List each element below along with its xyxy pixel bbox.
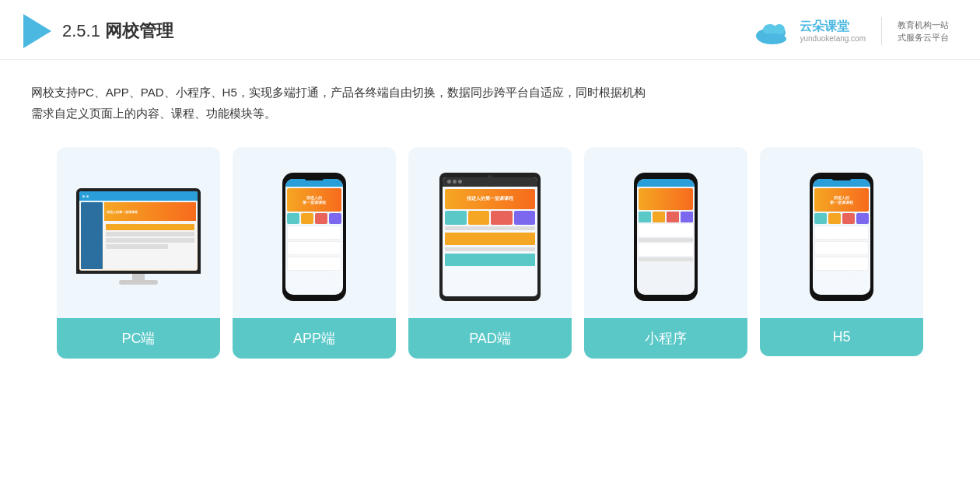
page-title: 2.5.1 网校管理 (62, 19, 173, 43)
header: 2.5.1 网校管理 云朵课堂 yunduoketang.com (0, 0, 980, 60)
tablet-camera (488, 175, 492, 180)
card-h5-label: H5 (760, 318, 923, 356)
page: 2.5.1 网校管理 云朵课堂 yunduoketang.com (0, 0, 980, 490)
card-app-label: APP端 (233, 318, 396, 359)
pad-tablet-mockup: 招进人的第一堂课课程 (439, 173, 541, 301)
pc-monitor: 招进人的第一堂课课程 (76, 188, 201, 274)
card-pc-label: PC端 (57, 318, 220, 359)
brand-slogan: 教育机构一站 式服务云平台 (898, 19, 949, 44)
section-number: 2.5.1 (62, 21, 100, 40)
card-pc-image: 招进人的第一堂课课程 (57, 147, 220, 318)
pad-screen: 招进人的第一堂课课程 (443, 177, 537, 296)
card-h5-image: 招进人的第一堂课课程 (760, 147, 923, 318)
card-pad: 招进人的第一堂课课程 (408, 147, 572, 359)
card-pad-label: PAD端 (408, 318, 572, 359)
pc-stand-neck (132, 274, 145, 280)
h5-phone-notch (832, 177, 851, 180)
card-app: 招进人的第一堂课课程 (233, 147, 396, 359)
cards-area: 招进人的第一堂课课程 (0, 131, 980, 374)
section-name: 网校管理 (105, 21, 173, 40)
pc-device-mockup: 招进人的第一堂课课程 (76, 188, 201, 285)
h5-phone-mockup: 招进人的第一堂课课程 (810, 173, 873, 301)
app-phone-screen: 招进人的第一堂课课程 (285, 179, 343, 295)
pc-stand-base (119, 280, 158, 285)
card-pc: 招进人的第一堂课课程 (57, 147, 220, 359)
header-left: 2.5.1 网校管理 (23, 14, 173, 48)
svg-point-3 (774, 24, 785, 35)
pc-screen: 招进人的第一堂课课程 (79, 191, 198, 271)
description-line1: 网校支持PC、APP、PAD、小程序、H5，实现多端打通，产品各终端自由切换，数… (31, 82, 949, 103)
mini-phone-screen (637, 179, 695, 295)
brand-logo (753, 16, 792, 47)
card-mini-label: 小程序 (584, 318, 747, 359)
mini-phone-mockup (634, 173, 698, 301)
app-phone-mockup: 招进人的第一堂课课程 (282, 173, 346, 301)
brand-url: yunduoketang.com (800, 34, 866, 44)
svg-point-4 (758, 33, 786, 44)
card-pad-image: 招进人的第一堂课课程 (408, 147, 572, 318)
card-mini-image (584, 147, 747, 318)
description: 网校支持PC、APP、PAD、小程序、H5，实现多端打通，产品各终端自由切换，数… (0, 60, 980, 131)
phone-notch (305, 177, 324, 180)
cloud-icon (753, 16, 792, 47)
brand-name: 云朵课堂 (800, 19, 849, 33)
brand-name-block: 云朵课堂 yunduoketang.com (800, 19, 866, 43)
card-miniprogram: 小程序 (584, 147, 747, 359)
card-h5: 招进人的第一堂课课程 (760, 147, 923, 356)
card-app-image: 招进人的第一堂课课程 (233, 147, 396, 318)
logo-triangle-icon (23, 14, 51, 48)
brand-divider (881, 17, 882, 45)
header-right: 云朵课堂 yunduoketang.com 教育机构一站 式服务云平台 (753, 16, 949, 47)
description-line2: 需求自定义页面上的内容、课程、功能模块等。 (31, 103, 949, 124)
h5-phone-screen: 招进人的第一堂课课程 (813, 179, 870, 295)
